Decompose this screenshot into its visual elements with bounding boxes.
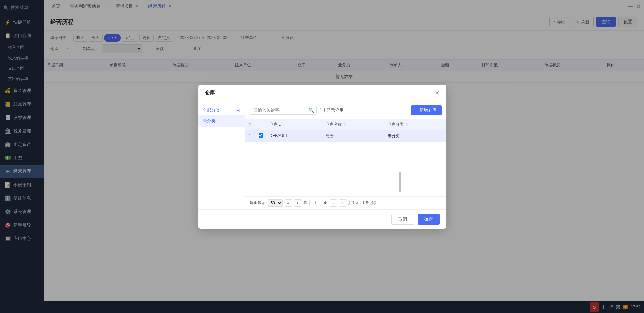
dialog-footer: 取消 确定	[198, 209, 446, 229]
sort-icon: ⇅	[283, 123, 286, 126]
panel-header: 全部分类 «	[198, 105, 245, 115]
col-name[interactable]: 仓库名称 ⇅	[322, 119, 384, 130]
dialog-page-prev[interactable]: ‹	[294, 199, 301, 207]
dialog-toolbar: 🔍 显示停用 + 新增仓库	[245, 102, 446, 119]
warehouse-dialog: 仓库 ✕ 全部分类 « 未分类	[198, 85, 446, 229]
dialog-body: 全部分类 « 未分类 🔍	[198, 102, 446, 209]
dialog-pagination: 每页显示 50 « ‹ 算 页 › » 共1页，1条记录	[245, 196, 446, 209]
dialog-left-panel: 全部分类 « 未分类	[198, 102, 245, 209]
show-disabled-checkbox[interactable]	[320, 108, 325, 112]
page-size-label: 每页显示	[250, 200, 266, 206]
add-warehouse-button[interactable]: + 新增仓库	[411, 105, 441, 115]
show-disabled-text: 显示停用	[326, 107, 344, 113]
cancel-button[interactable]: 取消	[391, 214, 414, 225]
col-code-label: 仓库...	[270, 122, 281, 127]
search-icon[interactable]: 🔍	[308, 108, 314, 113]
dialog-page-label2: 页	[324, 200, 328, 206]
table-row[interactable]: 1 DEFAULT 总仓 未分类	[245, 130, 446, 142]
dialog-right-panel: 🔍 显示停用 + 新增仓库 ⚙	[245, 102, 446, 209]
dialog-page-last[interactable]: »	[339, 199, 346, 207]
dialog-page-input[interactable]	[309, 200, 321, 206]
row-settings: 1	[245, 130, 255, 142]
sort-icon2: ⇅	[343, 123, 346, 126]
dialog-page-size[interactable]: 50	[268, 199, 283, 207]
row-category: 未分类	[384, 130, 446, 142]
col-settings[interactable]: ⚙	[245, 119, 255, 130]
panel-item-unclassified[interactable]: 未分类	[198, 115, 245, 127]
col-check	[255, 119, 266, 130]
dialog-page-next[interactable]: ›	[330, 199, 337, 207]
modal-overlay: 仓库 ✕ 全部分类 « 未分类	[0, 0, 644, 313]
dialog-search-input[interactable]	[250, 106, 317, 115]
col-category-label: 仓库分类	[388, 122, 404, 127]
panel-collapse-icon[interactable]: «	[237, 107, 240, 113]
dialog-close-icon[interactable]: ✕	[435, 89, 440, 97]
row-name: 总仓	[322, 130, 384, 142]
dialog-total: 共1页，1条记录	[348, 200, 377, 206]
show-disabled-label[interactable]: 显示停用	[320, 107, 344, 113]
col-code[interactable]: 仓库... ⇅	[266, 119, 322, 130]
search-input-wrap: 🔍	[250, 106, 317, 115]
panel-item-label: 未分类	[203, 118, 216, 123]
all-category-label[interactable]: 全部分类	[203, 107, 220, 113]
confirm-button[interactable]: 确定	[418, 214, 440, 225]
add-btn-label: + 新增仓库	[416, 107, 437, 113]
dialog-title: 仓库	[205, 90, 215, 96]
dialog-header: 仓库 ✕	[198, 85, 446, 102]
dialog-table-area: ⚙ 仓库... ⇅ 仓库名称 ⇅	[245, 119, 446, 196]
left-panel-scrollbar	[399, 172, 401, 192]
row-checkbox[interactable]	[259, 133, 263, 138]
sort-icon3: ⇅	[405, 123, 408, 126]
col-name-label: 仓库名称	[326, 122, 342, 127]
col-category[interactable]: 仓库分类 ⇅	[384, 119, 446, 130]
row-number: 1	[249, 133, 251, 138]
dialog-table: ⚙ 仓库... ⇅ 仓库名称 ⇅	[245, 119, 446, 142]
dialog-page-first[interactable]: «	[285, 199, 292, 207]
row-checkbox-cell[interactable]	[255, 130, 266, 142]
row-code: DEFAULT	[266, 130, 322, 142]
dialog-page-label: 算	[303, 200, 307, 206]
